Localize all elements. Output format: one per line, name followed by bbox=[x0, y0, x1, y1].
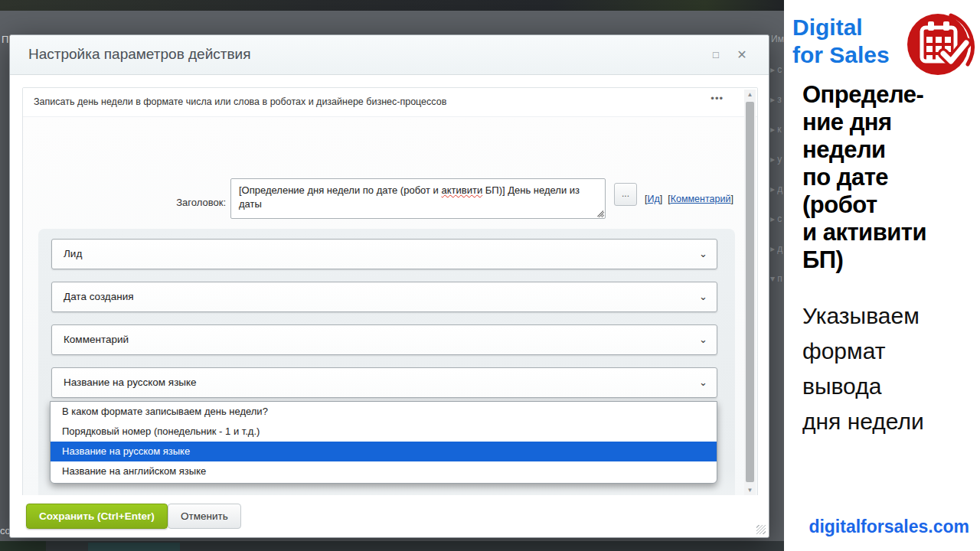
select-value: Лид bbox=[64, 248, 82, 259]
subtext-line: дня недели bbox=[802, 404, 924, 439]
sidebar-subtext: Указываем формат вывода дня недели bbox=[802, 298, 924, 439]
select-target-field[interactable]: Комментарий ⌄ bbox=[51, 324, 717, 355]
scrollbar-thumb[interactable] bbox=[746, 102, 754, 482]
weekday-format-dropdown: В каком формате записываем день недели? … bbox=[50, 401, 717, 484]
dropdown-option-selected[interactable]: Название на русском языке bbox=[51, 442, 717, 461]
select-value: Дата создания bbox=[64, 291, 134, 302]
background-item: ▸ с bbox=[770, 64, 784, 75]
dialog-footer: Сохранить (Ctrl+Enter) Отменить bbox=[10, 495, 769, 537]
id-link[interactable]: Ид bbox=[647, 194, 659, 204]
background-column-header: Им bbox=[771, 34, 784, 44]
chevron-down-icon: ⌄ bbox=[699, 325, 707, 354]
background-bottom-green bbox=[0, 541, 46, 551]
save-button[interactable]: Сохранить (Ctrl+Enter) bbox=[26, 504, 168, 529]
background-item: ▸ с bbox=[770, 214, 784, 224]
heading-line: Определе- bbox=[802, 81, 926, 109]
action-description-row: Записать день недели в формате числа или… bbox=[23, 88, 757, 117]
heading-line: недели bbox=[802, 136, 926, 164]
dialog-header: Настройка параметров действия □ ✕ bbox=[10, 35, 769, 75]
textarea-resize-grip[interactable] bbox=[597, 210, 603, 217]
background-column-sliver: Им ▸ с ▸ з ▸ к ▸ у ▸ д ▸ с ▸ д ▾ п bbox=[770, 31, 784, 536]
heading-line: (робот bbox=[802, 191, 926, 219]
calendar-check-icon bbox=[903, 9, 977, 83]
brand-logo-text: Digital for Sales bbox=[792, 14, 890, 69]
title-value-misspelled: активити bbox=[441, 184, 482, 196]
subtext-line: Указываем bbox=[802, 298, 924, 334]
dropdown-option[interactable]: В каком формате записываем день недели? bbox=[51, 402, 717, 422]
dropdown-option[interactable]: Порядковый номер (понедельник - 1 и т.д.… bbox=[51, 422, 717, 442]
title-links: [Ид] [Комментарий] bbox=[645, 194, 733, 204]
website-url: digitalforsales.com bbox=[808, 517, 969, 537]
brand-logo-line2: for Sales bbox=[792, 41, 890, 69]
background-item: ▸ д bbox=[770, 243, 784, 254]
select-weekday-format[interactable]: Название на русском языке ⌄ bbox=[51, 367, 717, 398]
dialog-content-panel: Записать день недели в формате числа или… bbox=[22, 87, 758, 497]
bracket: ] bbox=[660, 194, 662, 204]
scroll-down-icon[interactable]: ▼ bbox=[744, 485, 756, 496]
panel-scrollbar[interactable]: ▲ ▼ bbox=[744, 90, 756, 496]
background-text-fragment-top: П bbox=[2, 34, 8, 45]
heading-line: ние дня bbox=[802, 109, 926, 136]
dialog-resize-grip[interactable] bbox=[756, 525, 766, 534]
background-item: ▾ п bbox=[770, 273, 784, 284]
dialog-title: Настройка параметров действия bbox=[28, 46, 250, 63]
background-item: ▸ у bbox=[770, 154, 784, 165]
scroll-up-icon[interactable]: ▲ bbox=[744, 90, 756, 100]
ellipsis-menu-icon[interactable]: ••• bbox=[710, 93, 724, 104]
title-field-label: Заголовок: bbox=[69, 197, 226, 208]
select-value: Название на русском языке bbox=[64, 377, 197, 388]
action-settings-dialog: Настройка параметров действия □ ✕ Записа… bbox=[9, 34, 769, 538]
title-value-part: [Определение дня недели по дате (робот и bbox=[239, 184, 441, 196]
subtext-line: вывода bbox=[802, 369, 924, 404]
chevron-down-icon: ⌄ bbox=[699, 282, 707, 311]
bracket: ] bbox=[730, 194, 733, 204]
branding-sidebar: Digital for Sales Определе- ние дня неде… bbox=[784, 0, 980, 551]
browser-top-strip bbox=[0, 0, 784, 11]
heading-line: БП) bbox=[802, 246, 926, 274]
select-value: Комментарий bbox=[64, 334, 129, 345]
title-textarea[interactable]: [Определение дня недели по дате (робот и… bbox=[230, 178, 606, 219]
comment-link[interactable]: Комментарий bbox=[671, 194, 731, 204]
background-item: ▸ з bbox=[770, 94, 784, 105]
chevron-down-icon: ⌄ bbox=[699, 368, 707, 397]
select-document-type[interactable]: Лид ⌄ bbox=[51, 239, 717, 269]
background-bottom-teal bbox=[88, 543, 180, 551]
heading-line: и активити bbox=[802, 219, 926, 246]
heading-line: по дате bbox=[802, 164, 926, 191]
maximize-icon[interactable]: □ bbox=[706, 45, 726, 65]
select-date-field[interactable]: Дата создания ⌄ bbox=[51, 282, 717, 312]
sidebar-heading: Определе- ние дня недели по дате (робот … bbox=[802, 81, 926, 274]
cancel-button[interactable]: Отменить bbox=[168, 504, 241, 529]
dropdown-option[interactable]: Название на английском языке bbox=[51, 461, 717, 481]
brand-logo-line1: Digital bbox=[792, 14, 890, 41]
chevron-down-icon: ⌄ bbox=[699, 240, 707, 269]
title-more-button[interactable]: ... bbox=[614, 183, 637, 206]
subtext-line: формат bbox=[802, 334, 924, 369]
close-icon[interactable]: ✕ bbox=[732, 45, 752, 65]
background-item: ▸ к bbox=[770, 124, 784, 135]
background-item: ▸ д bbox=[770, 184, 784, 194]
action-description: Записать день недели в формате числа или… bbox=[34, 96, 446, 107]
